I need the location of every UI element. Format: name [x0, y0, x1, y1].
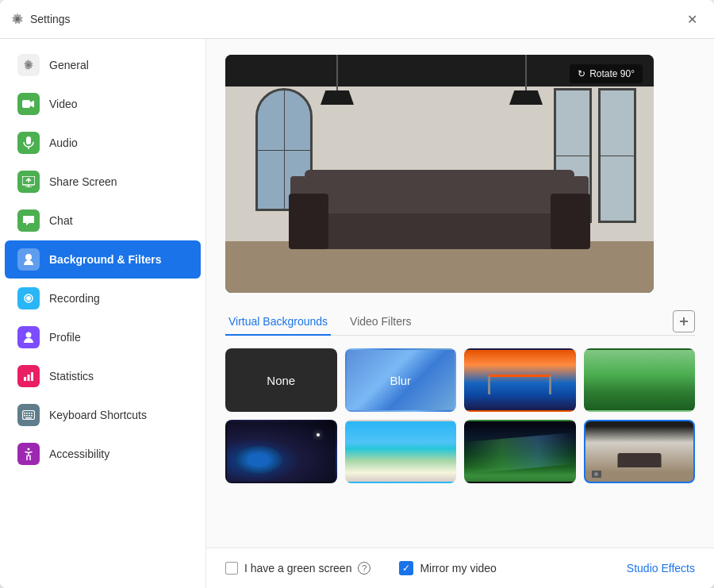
svg-rect-20 [24, 415, 25, 417]
audio-icon [17, 132, 40, 154]
mirror-video-label: Mirror my video [420, 562, 496, 575]
svg-rect-21 [26, 415, 28, 417]
camera-badge [592, 471, 601, 478]
sidebar-label-keyboard-shortcuts: Keyboard Shortcuts [49, 409, 147, 421]
sofa-seat [309, 213, 570, 249]
sidebar-label-audio: Audio [49, 136, 78, 149]
close-button[interactable]: ✕ [681, 8, 703, 30]
window-right-1 [598, 88, 636, 223]
backgrounds-grid: None Blur [225, 348, 695, 483]
mirror-video-checkbox[interactable] [399, 561, 413, 575]
sidebar-item-accessibility[interactable]: Accessibility [5, 435, 201, 473]
background-blur[interactable]: Blur [345, 348, 457, 412]
background-filters-icon [17, 248, 40, 271]
window-title: Settings [30, 13, 681, 25]
sidebar-item-profile[interactable]: Profile [5, 318, 201, 356]
sidebar-item-chat[interactable]: Chat [5, 202, 201, 240]
sidebar-item-video[interactable]: Video [5, 85, 201, 123]
svg-rect-22 [29, 415, 30, 417]
svg-rect-13 [28, 375, 30, 381]
background-space[interactable] [225, 420, 337, 483]
sidebar: General Video [0, 39, 206, 588]
star [317, 433, 320, 436]
sidebar-item-statistics[interactable]: Statistics [5, 357, 201, 395]
mirror-video-group: Mirror my video [399, 561, 496, 575]
green-screen-checkbox[interactable] [225, 562, 238, 575]
svg-point-25 [28, 448, 30, 451]
titlebar: Settings ✕ [0, 0, 714, 39]
statistics-icon [17, 365, 40, 387]
sidebar-label-general: General [49, 59, 89, 71]
rotate-button[interactable]: ↻ Rotate 90° [570, 64, 643, 83]
svg-rect-3 [26, 136, 31, 144]
sidebar-item-share-screen[interactable]: Share Screen [5, 163, 201, 201]
sidebar-label-accessibility: Accessibility [49, 448, 109, 460]
sofa [305, 170, 574, 249]
background-none[interactable]: None [225, 348, 337, 412]
recording-icon [17, 287, 40, 309]
plus-icon [678, 316, 689, 327]
sidebar-label-video: Video [49, 98, 78, 110]
background-grass[interactable] [584, 348, 696, 412]
tabs-row: Virtual Backgrounds Video Filters [225, 309, 695, 336]
green-screen-label: I have a green screen [244, 562, 351, 575]
sofa-back [305, 170, 574, 213]
sidebar-label-statistics: Statistics [49, 370, 94, 382]
sidebar-label-chat: Chat [49, 214, 73, 227]
aurora-effect [466, 432, 574, 474]
settings-window: Settings ✕ General [0, 0, 714, 588]
accessibility-icon [17, 443, 40, 465]
studio-effects-link[interactable]: Studio Effects [627, 562, 695, 575]
svg-rect-19 [31, 413, 33, 414]
svg-rect-12 [24, 377, 26, 381]
sidebar-label-background-filters: Background & Filters [49, 253, 162, 266]
share-screen-icon [17, 171, 40, 193]
general-icon [17, 54, 40, 76]
main-content: ↻ Rotate 90° Virtual Backgrounds Video F… [206, 39, 714, 548]
svg-rect-16 [24, 413, 25, 414]
room-scene [225, 55, 654, 293]
main-panel: ↻ Rotate 90° Virtual Backgrounds Video F… [206, 39, 714, 588]
content-area: General Video [0, 39, 714, 588]
background-aurora[interactable] [464, 420, 576, 483]
none-label: None [267, 374, 295, 387]
sidebar-label-profile: Profile [49, 331, 81, 344]
rotate-icon: ↻ [578, 68, 585, 79]
svg-rect-2 [22, 100, 30, 108]
sidebar-item-audio[interactable]: Audio [5, 124, 201, 162]
rotate-label: Rotate 90° [589, 68, 635, 79]
blur-label: Blur [390, 374, 411, 387]
lamp-left [321, 55, 354, 105]
planet [235, 446, 282, 474]
chat-icon [17, 209, 40, 232]
profile-icon [17, 326, 40, 348]
svg-rect-24 [25, 417, 32, 419]
tabs-area: Virtual Backgrounds Video Filters [225, 309, 695, 336]
background-room[interactable] [584, 420, 696, 483]
svg-rect-14 [31, 372, 33, 381]
settings-icon [11, 13, 24, 25]
sidebar-item-background-filters[interactable]: Background & Filters [5, 240, 201, 279]
tab-video-filters[interactable]: Video Filters [347, 309, 415, 336]
bottom-bar: I have a green screen ? Mirror my video … [206, 548, 714, 588]
tab-virtual-backgrounds[interactable]: Virtual Backgrounds [225, 309, 331, 336]
sidebar-label-share-screen: Share Screen [49, 175, 117, 188]
svg-point-11 [26, 332, 32, 338]
sidebar-item-keyboard-shortcuts[interactable]: Keyboard Shortcuts [5, 396, 201, 434]
sidebar-label-recording: Recording [49, 292, 100, 305]
add-background-button[interactable] [673, 310, 695, 332]
video-icon [17, 93, 40, 115]
svg-point-8 [25, 254, 32, 260]
svg-rect-23 [31, 415, 33, 417]
svg-rect-18 [29, 413, 30, 414]
keyboard-icon [17, 404, 40, 426]
sidebar-item-general[interactable]: General [5, 46, 201, 84]
green-screen-help-icon[interactable]: ? [358, 562, 370, 575]
bridge-svg [488, 375, 551, 394]
video-preview: ↻ Rotate 90° [225, 55, 654, 293]
background-bridge[interactable] [464, 348, 576, 412]
room-sofa-thumb [617, 453, 661, 467]
background-beach[interactable] [345, 420, 457, 483]
sidebar-item-recording[interactable]: Recording [5, 279, 201, 317]
side-table-left [289, 194, 328, 249]
